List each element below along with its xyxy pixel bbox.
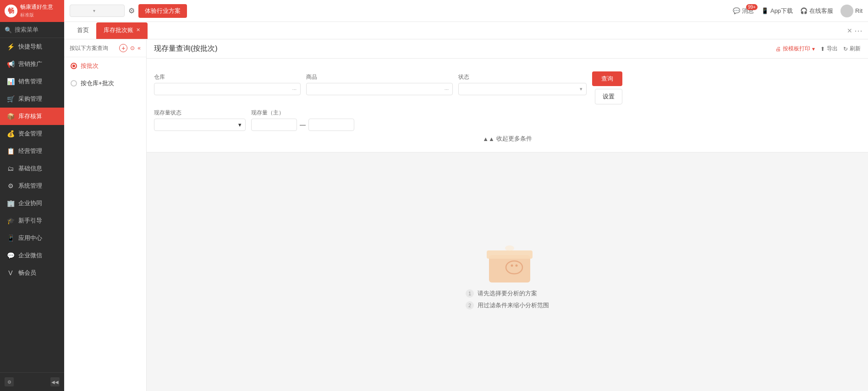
sidebar-item-basic[interactable]: 🗂 基础信息 bbox=[0, 160, 64, 177]
vip-label: 畅会员 bbox=[18, 269, 36, 277]
qty-min-input[interactable] bbox=[251, 119, 297, 131]
sidebar-item-system[interactable]: ⚙ 系统管理 bbox=[0, 177, 64, 195]
filter-by-warehouse-batch-label: 按仓库+批次 bbox=[81, 79, 114, 87]
content-area: 按以下方案查询 + ⊙ « 按批次 按仓库+批次 现存量查询(按批次) bbox=[64, 39, 868, 391]
app-download-label: App下载 bbox=[770, 7, 793, 15]
refresh-btn[interactable]: ↻ 刷新 bbox=[843, 45, 861, 53]
collapse-up-icon: ▲▲ bbox=[483, 136, 494, 142]
query-button[interactable]: 查询 bbox=[592, 71, 622, 86]
purchase-icon: 🛒 bbox=[6, 95, 15, 103]
wechat-icon: 💬 bbox=[6, 252, 15, 259]
export-label: 导出 bbox=[827, 45, 838, 53]
filter-item-by-warehouse-batch[interactable]: 按仓库+批次 bbox=[64, 75, 146, 92]
sidebar-item-wechat[interactable]: 💬 企业微信 bbox=[0, 247, 64, 264]
sidebar-item-purchase[interactable]: 🛒 采购管理 bbox=[0, 90, 64, 108]
qty-dash: — bbox=[300, 121, 306, 128]
sidebar-item-marketing[interactable]: 📢 营销推广 bbox=[0, 55, 64, 73]
guide-label: 新手引导 bbox=[18, 217, 42, 225]
filter-collapse-icon[interactable]: « bbox=[137, 45, 141, 51]
experience-btn[interactable]: 体验行业方案 bbox=[138, 4, 187, 18]
sidebar-item-sales[interactable]: 📊 销售管理 bbox=[0, 73, 64, 90]
empty-illustration bbox=[480, 234, 535, 280]
basic-label: 基础信息 bbox=[18, 164, 42, 173]
refresh-label: 刷新 bbox=[850, 45, 861, 53]
tab-inventory-batch-label: 库存批次账 bbox=[104, 26, 133, 34]
inventory-status-select[interactable]: ▾ bbox=[154, 119, 246, 131]
filter-item-by-batch[interactable]: 按批次 bbox=[64, 57, 146, 75]
avatar bbox=[841, 5, 853, 17]
filter-title: 按以下方案查询 bbox=[70, 44, 108, 52]
goods-more-icon[interactable]: ··· bbox=[445, 87, 449, 92]
inventory-qty-field: 现存量（主） — bbox=[251, 109, 354, 131]
export-btn[interactable]: ⬆ 导出 bbox=[820, 45, 838, 53]
user-avatar-btn[interactable]: Rit bbox=[841, 5, 863, 17]
sidebar: 畅 畅康通好生意 标准版 🔍 搜索菜单 ⚡ 快捷导航 📢 营销推广 📊 销售管理… bbox=[0, 0, 64, 391]
svg-point-3 bbox=[511, 264, 513, 266]
condition-row-1: 仓库 ··· 商品 ··· bbox=[154, 64, 861, 104]
warehouse-field: 仓库 ··· bbox=[154, 73, 301, 95]
print-btn[interactable]: 🖨 按模板打印 ▾ bbox=[775, 45, 815, 53]
filter-settings-icon[interactable]: ⊙ bbox=[130, 45, 135, 51]
sidebar-settings-btn[interactable]: ⚙ bbox=[5, 377, 14, 386]
qty-range: — bbox=[251, 119, 354, 131]
warehouse-input[interactable]: ··· bbox=[154, 83, 301, 95]
sidebar-item-inventory[interactable]: 📦 库存核算 bbox=[0, 108, 64, 125]
empty-hints: 1 请先选择要分析的方案 2 用过滤条件来缩小分析范围 bbox=[466, 289, 549, 310]
inventory-qty-label: 现存量（主） bbox=[251, 109, 354, 117]
sidebar-search[interactable]: 🔍 搜索菜单 bbox=[0, 22, 64, 38]
messages-btn[interactable]: 💬 消息 99+ bbox=[733, 7, 754, 15]
query-header: 现存量查询(按批次) 🖨 按模板打印 ▾ ⬆ 导出 ↻ 刷新 bbox=[147, 39, 868, 59]
sidebar-item-apps[interactable]: 📱 应用中心 bbox=[0, 229, 64, 247]
query-header-actions: 🖨 按模板打印 ▾ ⬆ 导出 ↻ 刷新 bbox=[775, 45, 861, 53]
empty-svg bbox=[480, 234, 539, 285]
goods-label: 商品 bbox=[306, 73, 453, 81]
tab-home[interactable]: 首页 bbox=[70, 22, 96, 39]
filter-add-icon[interactable]: + bbox=[119, 44, 127, 52]
quick-nav-icon: ⚡ bbox=[6, 43, 15, 50]
page-title: 现存量查询(按批次) bbox=[154, 44, 218, 54]
sidebar-item-finance[interactable]: 💰 资金管理 bbox=[0, 125, 64, 142]
inventory-status-field: 现存量状态 ▾ bbox=[154, 109, 246, 131]
sidebar-item-guide[interactable]: 🎓 新手引导 bbox=[0, 212, 64, 229]
hint-item-2: 2 用过滤条件来缩小分析范围 bbox=[466, 301, 549, 310]
tab-inventory-batch[interactable]: 库存批次账 ✕ bbox=[96, 22, 148, 39]
finance-icon: 💰 bbox=[6, 130, 15, 137]
sidebar-bottom: ⚙ ◀◀ bbox=[0, 372, 64, 391]
hint-num-1: 1 bbox=[466, 289, 474, 298]
purchase-label: 采购管理 bbox=[18, 95, 42, 103]
topbar-search-box[interactable]: ▾ bbox=[70, 5, 125, 17]
tab-home-label: 首页 bbox=[77, 26, 89, 34]
condition-row-2: 现存量状态 ▾ 现存量（主） — bbox=[154, 109, 861, 131]
sidebar-item-vip[interactable]: V 畅会员 bbox=[0, 264, 64, 282]
warehouse-more-icon[interactable]: ··· bbox=[292, 87, 297, 92]
topbar-dropdown-icon: ▾ bbox=[93, 8, 95, 13]
settings-button[interactable]: 设置 bbox=[595, 89, 622, 104]
online-service-btn[interactable]: 🎧 在线客服 bbox=[800, 7, 833, 15]
app-download-btn[interactable]: 📱 App下载 bbox=[761, 7, 793, 15]
qty-max-input[interactable] bbox=[308, 119, 354, 131]
marketing-label: 营销推广 bbox=[18, 60, 42, 68]
apps-icon: 📱 bbox=[6, 234, 15, 242]
goods-input[interactable]: ··· bbox=[306, 83, 453, 95]
tab-close-icon[interactable]: ✕ bbox=[136, 27, 140, 33]
collapse-more-btn[interactable]: ▲▲ 收起更多条件 bbox=[154, 131, 861, 147]
hint-text-2: 用过滤条件来缩小分析范围 bbox=[478, 301, 549, 310]
goods-field: 商品 ··· bbox=[306, 73, 453, 95]
online-service-label: 在线客服 bbox=[809, 7, 833, 15]
operations-label: 经营管理 bbox=[18, 147, 42, 155]
hint-text-1: 请先选择要分析的方案 bbox=[478, 289, 537, 298]
sidebar-collapse-btn[interactable]: ◀◀ bbox=[50, 377, 60, 386]
sidebar-item-quick-nav[interactable]: ⚡ 快捷导航 bbox=[0, 38, 64, 55]
sidebar-item-operations[interactable]: 📋 经营管理 bbox=[0, 142, 64, 160]
status-select[interactable]: ▾ bbox=[458, 83, 587, 95]
svg-rect-0 bbox=[489, 255, 530, 282]
basic-icon: 🗂 bbox=[6, 165, 15, 172]
tab-area-expand-icon[interactable]: ⋯ bbox=[854, 26, 863, 36]
status-arrow-icon: ▾ bbox=[580, 86, 582, 92]
headset-icon: 🎧 bbox=[800, 7, 808, 14]
main-area: ▾ ⚙ 体验行业方案 💬 消息 99+ 📱 App下载 🎧 在线客服 Rit bbox=[64, 0, 868, 391]
sidebar-item-enterprise[interactable]: 🏢 企业协同 bbox=[0, 195, 64, 212]
print-dropdown-icon[interactable]: ▾ bbox=[812, 46, 815, 52]
tab-area-close-icon[interactable]: ✕ bbox=[847, 27, 852, 34]
topbar-gear-icon[interactable]: ⚙ bbox=[128, 6, 135, 15]
